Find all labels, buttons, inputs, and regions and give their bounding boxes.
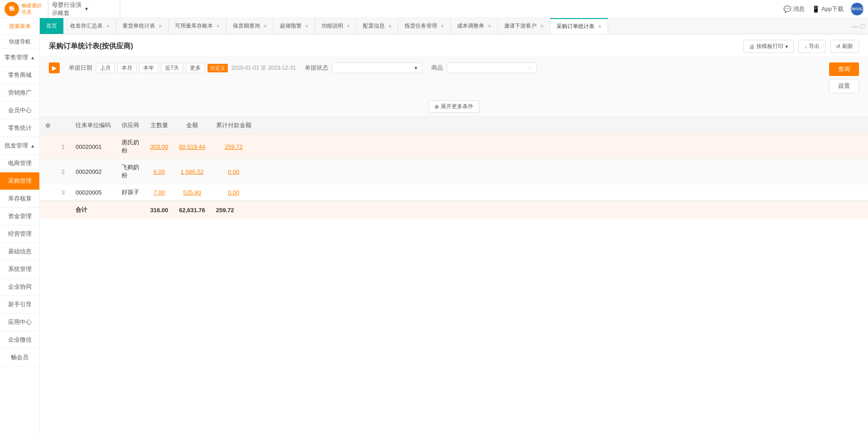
sidebar-item-vip[interactable]: 畅会员 xyxy=(0,349,39,366)
tab-income[interactable]: 收发存汇总表 × xyxy=(64,18,116,34)
status-chevron-icon xyxy=(415,65,417,71)
tab-purchase-summary[interactable]: 采购订单统计表 × xyxy=(550,18,608,34)
settings-button[interactable]: 设置 xyxy=(829,79,859,93)
sidebar-item-operation[interactable]: 经营管理 xyxy=(0,225,39,243)
sidebar: 搜索菜单 快捷导航 零售管理 ▲ 零售商城 营销推广 会员中心 零售统计 批 xyxy=(0,18,40,433)
tab-expiry[interactable]: 保质期查询 × xyxy=(226,18,274,34)
row-amount[interactable]: 1,586.52 xyxy=(174,159,211,184)
tab-overstock[interactable]: 超储预警 × xyxy=(274,18,315,34)
row-paid[interactable]: 0.00 xyxy=(211,159,257,184)
sidebar-item-ecommerce[interactable]: 电商管理 xyxy=(0,155,39,172)
query-button[interactable]: 查询 xyxy=(829,62,859,76)
sidebar-item-retail-mall[interactable]: 零售商城 xyxy=(0,67,39,84)
tab-invite[interactable]: 邀请下游客户 × xyxy=(498,18,550,34)
sidebar-item-marketing[interactable]: 营销推广 xyxy=(0,84,39,102)
tab-min-button[interactable]: — xyxy=(853,23,859,30)
refresh-icon: ↺ xyxy=(836,43,840,50)
sidebar-item-inventory[interactable]: 库存核算 xyxy=(0,190,39,208)
page-title: 采购订单统计表(按供应商) xyxy=(49,42,133,51)
tab-requisition[interactable]: 要货单统计表 × xyxy=(116,18,169,34)
row-num: 1 xyxy=(56,134,70,159)
tab-close-icon[interactable]: × xyxy=(305,23,308,29)
footer-row: 合计 316.00 62,631.76 259.72 xyxy=(40,201,868,219)
print-button[interactable]: 🖨 按模板打印 xyxy=(743,40,794,53)
row-settings xyxy=(40,134,56,159)
tab-close-icon[interactable]: × xyxy=(217,23,220,29)
row-num: 3 xyxy=(56,184,70,201)
tab-close-icon[interactable]: × xyxy=(264,23,267,29)
sidebar-item-finance[interactable]: 资金管理 xyxy=(0,208,39,225)
status-select[interactable] xyxy=(332,62,422,73)
row-qty[interactable]: 303.00 xyxy=(145,134,174,159)
sidebar-item-member[interactable]: 会员中心 xyxy=(0,102,39,119)
col-settings[interactable]: ⚙ xyxy=(40,117,56,134)
message-button[interactable]: 消息 xyxy=(783,5,805,13)
page-header: 采购订单统计表(按供应商) 🖨 按模板打印 ↓ 导出 ↺ xyxy=(40,34,868,57)
row-num: 2 xyxy=(56,159,70,184)
date-shortcuts: 上月 本月 本年 近7天 更多 自定义 xyxy=(96,63,228,73)
tab-function[interactable]: 功能说明 × xyxy=(315,18,357,34)
table-row: 3 00020005 好孩子 7.00 525.80 0.00 xyxy=(40,184,868,201)
table-header-row: ⚙ 往来单位编码 供应商 主数量 金额 累计付款金额 xyxy=(40,117,868,134)
sidebar-item-wechat[interactable]: 企业微信 xyxy=(0,331,39,349)
main-area: 搜索菜单 快捷导航 零售管理 ▲ 零售商城 营销推广 会员中心 零售统计 批 xyxy=(0,18,868,433)
col-supplier-code: 往来单位编码 xyxy=(70,117,116,134)
footer-empty3 xyxy=(116,201,145,219)
store-selector[interactable]: 母婴行业演示账套 xyxy=(48,0,120,19)
row-qty[interactable]: 7.00 xyxy=(145,184,174,201)
tab-home[interactable]: 首页 xyxy=(40,18,64,34)
print-chevron-icon xyxy=(785,43,788,50)
logo-area: 畅 畅捷通好生意 xyxy=(5,2,44,16)
sidebar-item-purchase[interactable]: 采购管理 xyxy=(0,172,39,190)
tab-close-icon[interactable]: × xyxy=(106,23,109,29)
sidebar-item-system[interactable]: 系统管理 xyxy=(0,261,39,278)
app-download-button[interactable]: App下载 xyxy=(812,5,844,13)
shortcut-7days[interactable]: 近7天 xyxy=(161,63,183,73)
goods-input[interactable]: ··· xyxy=(447,62,537,73)
row-qty[interactable]: 6.00 xyxy=(145,159,174,184)
avatar[interactable]: demo2 xyxy=(851,3,863,15)
tab-cost[interactable]: 成本调整单 × xyxy=(451,18,498,34)
sidebar-item-newbie[interactable]: 新手引导 xyxy=(0,296,39,314)
tab-close-icon[interactable]: × xyxy=(488,23,491,29)
sidebar-item-basic[interactable]: 基础信息 xyxy=(0,243,39,261)
sidebar-item-wholesale[interactable]: 批发管理 ▲ xyxy=(0,137,39,155)
tab-available[interactable]: 可用量库存账本 × xyxy=(169,18,226,34)
shortcut-this-month[interactable]: 本月 xyxy=(118,63,137,73)
shortcut-more[interactable]: 更多 xyxy=(186,63,205,73)
logo-text: 畅捷通好生意 xyxy=(22,3,44,14)
shortcut-this-year[interactable]: 本年 xyxy=(139,63,158,73)
tab-close-icon[interactable]: × xyxy=(540,23,543,29)
table-footer: 合计 316.00 62,631.76 259.72 xyxy=(40,201,868,219)
tab-close-icon[interactable]: × xyxy=(159,23,162,29)
row-paid[interactable]: 259.72 xyxy=(211,134,257,159)
tab-max-button[interactable]: □ xyxy=(861,23,864,30)
sidebar-nav[interactable]: 快捷导航 xyxy=(0,35,39,49)
row-supplier-code: 00020002 xyxy=(70,159,116,184)
refresh-button[interactable]: ↺ 刷新 xyxy=(830,40,859,53)
tab-pick[interactable]: 拣货任务管理 × xyxy=(398,18,451,34)
tab-close-icon[interactable]: × xyxy=(598,24,601,30)
row-amount[interactable]: 525.80 xyxy=(174,184,211,201)
sidebar-search[interactable]: 搜索菜单 xyxy=(0,18,39,35)
row-supplier-code: 00020001 xyxy=(70,134,116,159)
sidebar-arrow-icon: ▲ xyxy=(30,55,35,60)
sidebar-item-retail[interactable]: 零售管理 ▲ xyxy=(0,49,39,67)
filter-cols: 单据日期 上月 本月 本年 近7天 更多 自定义 2016-01-01 xyxy=(69,62,820,73)
export-button[interactable]: ↓ 导出 xyxy=(798,40,826,53)
sidebar-item-enterprise[interactable]: 企业协同 xyxy=(0,278,39,296)
row-paid[interactable]: 0.00 xyxy=(211,184,257,201)
sidebar-item-retail-stat[interactable]: 零售统计 xyxy=(0,119,39,137)
shortcut-last-month[interactable]: 上月 xyxy=(96,63,115,73)
tab-close-icon[interactable]: × xyxy=(388,23,392,29)
footer-label: 合计 xyxy=(70,201,116,219)
sidebar-item-appstore[interactable]: 应用中心 xyxy=(0,314,39,331)
expand-button[interactable]: ⊕ 展开更多条件 xyxy=(429,100,479,113)
filter-toggle-button[interactable]: ▶ xyxy=(49,62,60,73)
tab-close-icon[interactable]: × xyxy=(441,23,444,29)
row-amount[interactable]: 60,519.44 xyxy=(174,134,211,159)
filter-section: ▶ 单据日期 上月 本月 本年 近7天 更多 自定义 xyxy=(40,57,868,95)
tab-close-icon[interactable]: × xyxy=(347,23,350,29)
tab-config[interactable]: 配置信息 × xyxy=(357,18,398,34)
col-supplier-name: 供应商 xyxy=(116,117,145,134)
